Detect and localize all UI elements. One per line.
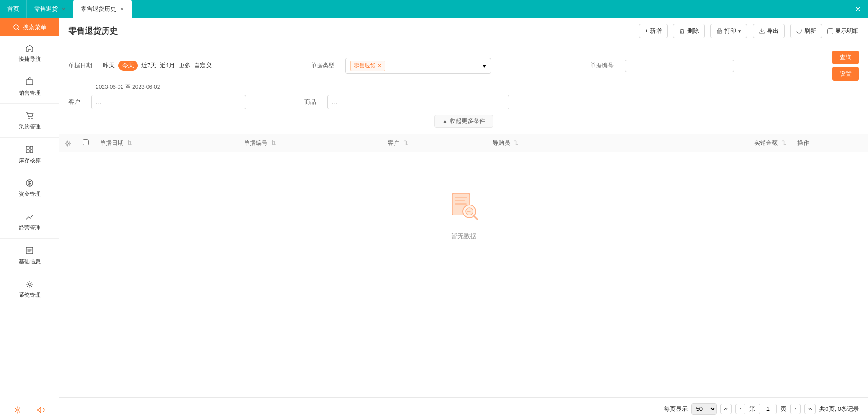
- th-guide[interactable]: 导购员 ⇅: [487, 134, 611, 152]
- sidebar-item-purchase[interactable]: 采购管理: [0, 104, 59, 138]
- speaker-icon[interactable]: [37, 405, 46, 415]
- page-label: 第: [749, 405, 755, 413]
- window-close-button[interactable]: ✕: [847, 5, 868, 14]
- th-date-sort-icon[interactable]: ⇅: [127, 139, 132, 146]
- th-date[interactable]: 单据日期 ⇅: [94, 134, 238, 152]
- type-filter-label: 单据类型: [311, 61, 334, 70]
- search-icon: [13, 24, 20, 31]
- pagination: 每页显示 50 10 20 100 « ‹ 第 页 › » 共0页, 0条记录: [59, 397, 868, 420]
- svg-rect-8: [30, 150, 33, 153]
- svg-rect-7: [26, 150, 29, 153]
- first-page-button[interactable]: «: [720, 404, 732, 414]
- sidebar-search[interactable]: 搜索菜单: [0, 18, 59, 36]
- export-button[interactable]: 导出: [753, 24, 785, 38]
- date-option-1month[interactable]: 近1月: [160, 61, 175, 70]
- svg-rect-16: [455, 197, 467, 198]
- home-icon: [24, 43, 35, 54]
- data-table: 单据日期 ⇅ 单据编号 ⇅ 客户 ⇅ 导购员 ⇅: [59, 134, 868, 277]
- sidebar-search-label: 搜索菜单: [23, 23, 46, 31]
- tab-retail-return-history-close[interactable]: ✕: [120, 6, 124, 12]
- new-button[interactable]: + 新增: [639, 24, 668, 38]
- total-text: 共0页, 0条记录: [819, 405, 859, 413]
- sidebar: 搜索菜单 快捷导航 销售管理: [0, 18, 59, 420]
- type-filter-select[interactable]: 零售退货 ✕ ▾: [345, 58, 491, 74]
- th-number-sort-icon[interactable]: ⇅: [271, 139, 276, 146]
- date-options: 昨天 今天 近7天 近1月 更多 自定义: [103, 61, 212, 71]
- print-button[interactable]: 打印 ▾: [710, 24, 747, 38]
- sidebar-item-system-mgmt-label: 系统管理: [19, 292, 41, 299]
- tab-retail-return-history-label: 零售退货历史: [81, 5, 116, 13]
- new-button-label: + 新增: [645, 27, 662, 35]
- date-option-today[interactable]: 今天: [118, 61, 138, 71]
- table-settings-icon[interactable]: [65, 140, 71, 147]
- sidebar-item-sales[interactable]: 销售管理: [0, 70, 59, 104]
- date-range-display: 2023-06-02 至 2023-06-02: [96, 84, 160, 90]
- goods-filter-label: 商品: [304, 98, 316, 106]
- sidebar-item-inventory[interactable]: 库存核算: [0, 138, 59, 171]
- voucher-filter-input[interactable]: [625, 60, 734, 72]
- date-filter-label: 单据日期: [68, 61, 92, 70]
- delete-button-label: 删除: [687, 27, 699, 35]
- sidebar-bottom: [0, 400, 59, 420]
- prev-page-button[interactable]: ‹: [735, 404, 745, 414]
- th-amount-label: 实销金额: [754, 139, 778, 146]
- th-amount[interactable]: 实销金额 ⇅: [648, 134, 792, 152]
- type-filter-tag: 零售退货 ✕: [350, 61, 385, 71]
- export-button-label: 导出: [767, 27, 779, 35]
- print-button-label: 打印: [724, 27, 736, 35]
- refresh-icon: [796, 28, 802, 34]
- tab-retail-return[interactable]: 零售退货 ✕: [27, 0, 73, 18]
- sidebar-item-finance-label: 资金管理: [19, 190, 41, 198]
- th-actions-label: 操作: [797, 139, 809, 146]
- th-customer-sort-icon[interactable]: ⇅: [403, 139, 408, 146]
- svg-point-14: [67, 143, 69, 144]
- per-page-select[interactable]: 50 10 20 100: [691, 403, 717, 415]
- svg-rect-17: [455, 200, 465, 201]
- query-button[interactable]: 查询: [832, 51, 859, 64]
- customer-filter-input[interactable]: ...: [91, 95, 246, 109]
- sidebar-item-basic-info[interactable]: 基础信息: [0, 239, 59, 272]
- type-filter-tag-label: 零售退货: [354, 62, 375, 70]
- date-option-yesterday[interactable]: 昨天: [103, 61, 115, 70]
- th-guide-sort-icon[interactable]: ⇅: [514, 139, 519, 146]
- last-page-button[interactable]: »: [804, 404, 816, 414]
- inventory-icon: [24, 144, 35, 155]
- select-all-checkbox[interactable]: [83, 139, 89, 145]
- operation-icon: [24, 211, 35, 222]
- display-toggle[interactable]: 显示明细: [827, 27, 859, 35]
- type-filter-tag-close[interactable]: ✕: [377, 62, 382, 69]
- settings-icon[interactable]: [13, 405, 22, 415]
- th-amount-sort-icon[interactable]: ⇅: [781, 139, 786, 146]
- tab-home[interactable]: 首页: [0, 0, 27, 18]
- tab-retail-return-close[interactable]: ✕: [62, 6, 66, 12]
- tab-retail-return-label: 零售退货: [34, 5, 58, 13]
- collapse-button[interactable]: ▲ 收起更多条件: [434, 115, 493, 128]
- sidebar-item-quick-nav[interactable]: 快捷导航: [0, 36, 59, 70]
- delete-button[interactable]: 删除: [673, 24, 705, 38]
- settings-button[interactable]: 设置: [832, 67, 859, 81]
- date-option-custom[interactable]: 自定义: [194, 61, 212, 70]
- display-toggle-checkbox[interactable]: [827, 28, 833, 34]
- date-option-7days[interactable]: 近7天: [141, 61, 156, 70]
- per-page-label: 每页显示: [664, 405, 688, 413]
- next-page-button[interactable]: ›: [790, 404, 800, 414]
- tab-retail-return-history[interactable]: 零售退货历史 ✕: [73, 0, 132, 18]
- page-title: 零售退货历史: [68, 26, 118, 36]
- refresh-button-label: 刷新: [804, 27, 816, 35]
- customer-filter-placeholder: ...: [95, 98, 101, 106]
- th-checkbox[interactable]: [77, 134, 94, 152]
- refresh-button[interactable]: 刷新: [790, 24, 822, 38]
- th-settings[interactable]: [59, 134, 77, 152]
- sidebar-item-system-mgmt[interactable]: 系统管理: [0, 272, 59, 306]
- th-customer[interactable]: 客户 ⇅: [382, 134, 487, 152]
- sidebar-item-finance[interactable]: 资金管理: [0, 171, 59, 205]
- customer-filter-label: 客户: [68, 98, 80, 106]
- date-option-more[interactable]: 更多: [179, 61, 190, 70]
- type-filter-dropdown-icon: ▾: [483, 62, 486, 69]
- sidebar-item-operation[interactable]: 经营管理: [0, 205, 59, 239]
- svg-rect-6: [30, 146, 33, 149]
- purchase-icon: [24, 110, 35, 121]
- goods-filter-input[interactable]: ...: [327, 95, 509, 109]
- th-number[interactable]: 单据编号 ⇅: [238, 134, 382, 152]
- page-input[interactable]: [759, 404, 777, 414]
